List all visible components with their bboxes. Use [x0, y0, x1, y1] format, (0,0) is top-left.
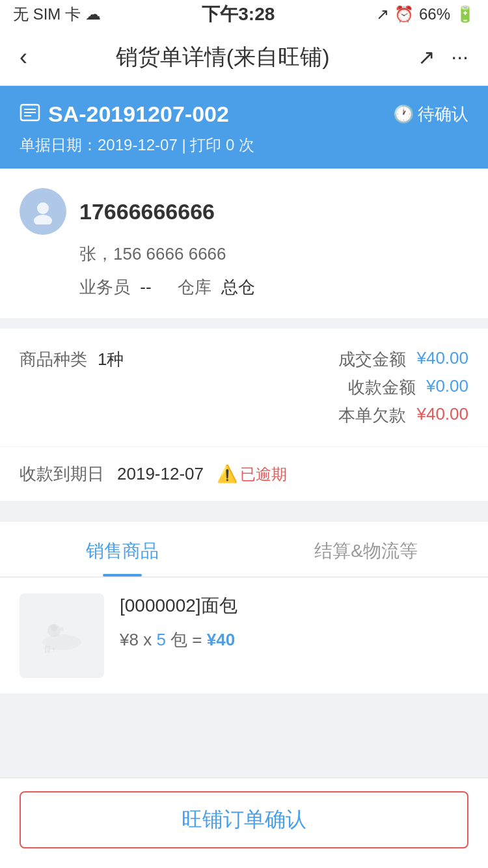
- product-item: 督+ [0000002]面包 ¥8 x 5 包 = ¥40: [0, 578, 488, 694]
- status-time: 下午3:28: [202, 2, 275, 27]
- order-date: 单据日期：2019-12-07 | 打印 0 次: [20, 135, 468, 156]
- received-value: ¥0.00: [426, 376, 468, 399]
- status-bar: 无 SIM 卡 ☁ 下午3:28 ↗ ⏰ 66% 🔋: [0, 0, 488, 29]
- amount-value: ¥40.00: [416, 348, 468, 371]
- svg-point-8: [60, 627, 64, 631]
- product-name: [0000002]面包: [120, 593, 468, 618]
- tabs-bar: 销售商品 结算&物流等: [0, 522, 488, 577]
- status-left: 无 SIM 卡 ☁: [13, 4, 101, 25]
- warning-icon: ⚠️: [217, 464, 237, 484]
- clock-icon: 🕐: [393, 104, 414, 124]
- bottom-btn-area: 旺铺订单确认: [0, 778, 488, 868]
- customer-meta: 业务员 -- 仓库 总仓: [20, 276, 468, 299]
- nav-actions: ↗ ···: [418, 45, 468, 70]
- due-label: 收款到期日: [20, 463, 104, 485]
- received-label: 收款金额: [348, 376, 416, 399]
- status-right: ↗ ⏰ 66% 🔋: [376, 5, 475, 23]
- order-number: SA-20191207-002: [20, 102, 229, 127]
- section-divider-2: [0, 501, 488, 511]
- svg-text:督+: 督+: [44, 645, 56, 654]
- location-icon: ↗: [376, 5, 389, 23]
- alarm-icon: ⏰: [394, 5, 414, 23]
- sim-status: 无 SIM 卡 ☁: [13, 4, 101, 25]
- debt-value: ¥40.00: [416, 404, 468, 427]
- tab-sales-products[interactable]: 销售商品: [0, 522, 244, 576]
- warehouse-value: 总仓: [221, 277, 255, 297]
- types-value: 1种: [98, 348, 124, 371]
- product-info: [0000002]面包 ¥8 x 5 包 = ¥40: [120, 593, 468, 651]
- warehouse-label: 仓库 总仓: [178, 276, 255, 299]
- section-divider-1: [0, 318, 488, 329]
- nav-bar: ‹ 销货单详情(来自旺铺) ↗ ···: [0, 29, 488, 86]
- due-date-value: 2019-12-07: [117, 464, 204, 484]
- battery-level: 66%: [419, 5, 450, 23]
- debt-label: 本单欠款: [338, 404, 406, 427]
- customer-name: 张，156 6666 6666: [20, 243, 468, 265]
- order-icon: [20, 102, 40, 127]
- page-title: 销货单详情(来自旺铺): [116, 42, 330, 72]
- tab-settlement[interactable]: 结算&物流等: [244, 522, 488, 576]
- order-status: 🕐 待确认: [393, 103, 468, 126]
- due-section: 收款到期日 2019-12-07 ⚠️ 已逾期: [0, 447, 488, 501]
- product-qty: 5: [156, 630, 165, 649]
- avatar: [20, 188, 66, 235]
- types-label: 商品种类: [20, 348, 87, 371]
- order-banner: SA-20191207-002 🕐 待确认 单据日期：2019-12-07 | …: [0, 86, 488, 169]
- customer-phone: 17666666666: [79, 199, 215, 224]
- product-image: 督+: [20, 593, 104, 678]
- more-icon[interactable]: ···: [451, 45, 468, 69]
- svg-point-4: [37, 202, 49, 214]
- back-button[interactable]: ‹: [20, 44, 27, 71]
- svg-point-5: [34, 215, 52, 224]
- product-price: ¥8 x 5 包 = ¥40: [120, 629, 468, 651]
- summary-section: 商品种类 1种 成交金额 ¥40.00 收款金额 ¥0.00 本单欠款 ¥40.…: [0, 329, 488, 446]
- battery-icon: 🔋: [455, 5, 475, 23]
- product-total: ¥40: [207, 630, 235, 649]
- svg-point-7: [51, 625, 57, 631]
- customer-section: 17666666666 张，156 6666 6666 业务员 -- 仓库 总仓: [0, 169, 488, 318]
- share-icon[interactable]: ↗: [418, 45, 435, 70]
- sales-label: 业务员 --: [79, 276, 152, 299]
- confirm-order-button[interactable]: 旺铺订单确认: [20, 791, 468, 848]
- overdue-badge: ⚠️ 已逾期: [217, 464, 287, 485]
- amount-label: 成交金额: [338, 348, 406, 371]
- sales-value: --: [140, 277, 151, 297]
